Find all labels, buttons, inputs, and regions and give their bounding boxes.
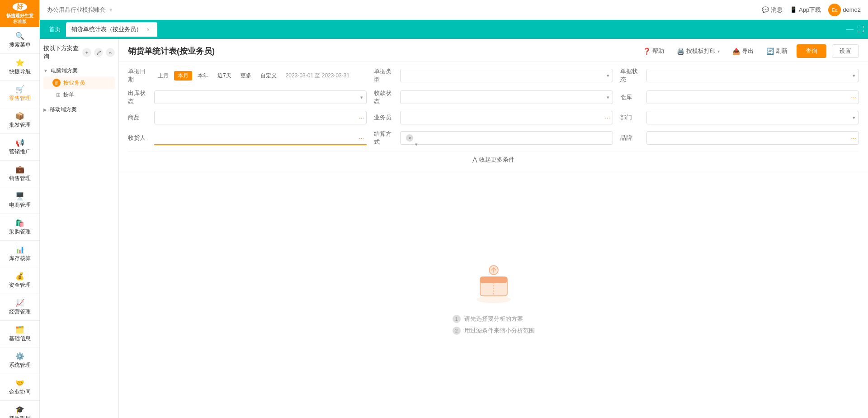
tab-home[interactable]: 首页 bbox=[43, 22, 66, 37]
goods-dots-icon[interactable]: ··· bbox=[359, 114, 364, 121]
tab-close-icon[interactable]: × bbox=[145, 26, 152, 33]
sidebar-item-enterprise[interactable]: 🤝 企业协同 bbox=[0, 374, 39, 401]
breadcrumb-text: 办公用品行业模拟账套 bbox=[47, 6, 106, 14]
print-arrow-icon: ▾ bbox=[717, 49, 720, 54]
salesperson-input[interactable] bbox=[400, 111, 613, 124]
refresh-btn[interactable]: 🔄 刷新 bbox=[763, 45, 791, 57]
tip-text-1: 请先选择要分析的方案 bbox=[464, 315, 523, 323]
sub-item-by-doc[interactable]: ⊞ 按单 bbox=[43, 89, 115, 100]
scheme-group-mobile-label: 移动端方案 bbox=[50, 106, 77, 114]
sidebar-item-quicknav[interactable]: ⭐ 快捷导航 bbox=[0, 54, 39, 81]
user-profile[interactable]: Ea demo2 bbox=[828, 4, 861, 16]
salesperson-dots-icon[interactable]: ··· bbox=[605, 114, 610, 121]
sidebar-label-search: 搜索菜单 bbox=[2, 41, 37, 49]
app-name: 畅捷通好生意 bbox=[6, 13, 33, 19]
export-btn[interactable]: 📤 导出 bbox=[729, 45, 757, 57]
help-btn[interactable]: ❓ 帮助 bbox=[639, 45, 668, 57]
paymethod-tags: × ▾ bbox=[400, 131, 613, 145]
collapse-panel-btn[interactable]: « bbox=[106, 48, 115, 57]
message-label: 消息 bbox=[771, 6, 783, 14]
brand-input[interactable] bbox=[646, 131, 859, 145]
scheme-group-mobile-header[interactable]: ▶ 移动端方案 bbox=[43, 104, 115, 115]
payment-select[interactable] bbox=[400, 90, 613, 104]
mobile-icon: 📱 bbox=[790, 6, 797, 13]
warehouse-dots-icon[interactable]: ··· bbox=[851, 94, 856, 101]
date-tab-7days[interactable]: 近7天 bbox=[214, 71, 235, 81]
receiver-filter-cell: 收货人 ··· bbox=[128, 131, 367, 145]
brand-dots-icon[interactable]: ··· bbox=[851, 134, 856, 142]
doctype-select[interactable] bbox=[400, 69, 613, 82]
sidebar-item-newbie[interactable]: 🎓 新手引导 bbox=[0, 401, 39, 418]
sidebar-item-basic[interactable]: 🗂️ 基础信息 bbox=[0, 321, 39, 347]
system-icon: ⚙️ bbox=[2, 352, 37, 361]
dept-select[interactable] bbox=[646, 111, 859, 124]
empty-tip-1: 1 请先选择要分析的方案 bbox=[453, 315, 535, 323]
salesperson-filter-cell: 业务员 ··· bbox=[374, 111, 613, 124]
paymethod-filter-cell: 结算方式 × ▾ bbox=[374, 130, 613, 146]
filter-row-3: 商品 ··· 业务员 ··· 部门 bbox=[128, 111, 859, 124]
sidebar-item-system[interactable]: ⚙️ 系统管理 bbox=[0, 347, 39, 374]
collapse-bar[interactable]: ⋀ 收起更多条件 bbox=[128, 152, 859, 167]
outbound-select[interactable] bbox=[154, 90, 367, 104]
refresh-label: 刷新 bbox=[776, 47, 788, 55]
sidebar-item-marketing[interactable]: 📢 营销推广 bbox=[0, 134, 39, 161]
sidebar-item-wholesale[interactable]: 📦 批发管理 bbox=[0, 107, 39, 134]
sidebar-label-retail: 零售管理 bbox=[2, 95, 37, 102]
purchase-icon: 🛍️ bbox=[2, 218, 37, 227]
sidebar-item-ecom[interactable]: 🖥️ 电商管理 bbox=[0, 187, 39, 214]
help-label: 帮助 bbox=[652, 47, 664, 55]
docstatus-select[interactable] bbox=[646, 69, 859, 82]
sidebar-item-inventory[interactable]: 📊 库存核算 bbox=[0, 241, 39, 267]
sidebar-item-finance[interactable]: 💰 资金管理 bbox=[0, 267, 39, 294]
right-content: 销货单统计表(按业务员) ❓ 帮助 🖨️ 按模板打印 ▾ 📤 导出 bbox=[119, 39, 868, 418]
operation-icon: 📈 bbox=[2, 299, 37, 307]
scheme-item-by-salesperson[interactable]: 按 按业务员 bbox=[43, 76, 115, 89]
sidebar-item-operation[interactable]: 📈 经营管理 bbox=[0, 294, 39, 321]
message-btn[interactable]: 💬 消息 bbox=[762, 6, 783, 14]
warehouse-control: ··· bbox=[646, 90, 859, 104]
docstatus-control: ▾ bbox=[646, 69, 859, 82]
brand-control: ··· bbox=[646, 131, 859, 145]
svg-point-0 bbox=[476, 296, 511, 303]
date-tab-this-month[interactable]: 本月 bbox=[174, 71, 192, 81]
sidebar-label-marketing: 营销推广 bbox=[2, 148, 37, 156]
date-tab-more[interactable]: 更多 bbox=[237, 71, 255, 81]
user-name: demo2 bbox=[843, 6, 861, 13]
goods-input[interactable] bbox=[154, 111, 367, 124]
sidebar-item-retail[interactable]: 🛒 零售管理 bbox=[0, 81, 39, 107]
basic-icon: 🗂️ bbox=[2, 325, 37, 334]
app-download-btn[interactable]: 📱 App下载 bbox=[790, 6, 821, 14]
date-tab-last-month[interactable]: 上月 bbox=[154, 71, 172, 81]
date-tabs: 上月 本月 本年 近7天 更多 自定义 bbox=[154, 71, 280, 81]
paymethod-filter-label: 结算方式 bbox=[374, 130, 396, 146]
empty-tips: 1 请先选择要分析的方案 2 用过滤条件来缩小分析范围 bbox=[453, 315, 535, 335]
salesperson-scheme-icon: 按 bbox=[52, 79, 61, 87]
scheme-group-desktop-header[interactable]: ▼ 电脑端方案 bbox=[43, 65, 115, 76]
doctype-control: ▾ bbox=[400, 69, 613, 82]
print-btn[interactable]: 🖨️ 按模板打印 ▾ bbox=[673, 45, 723, 57]
receiver-input[interactable] bbox=[154, 131, 367, 145]
sales-icon: 💼 bbox=[2, 165, 37, 174]
sidebar-item-search[interactable]: 🔍 搜索菜单 bbox=[0, 27, 39, 54]
add-scheme-btn[interactable]: + bbox=[82, 48, 91, 57]
sidebar-item-sales[interactable]: 💼 销售管理 bbox=[0, 161, 39, 187]
warehouse-input[interactable] bbox=[646, 90, 859, 104]
date-tab-this-year[interactable]: 本年 bbox=[194, 71, 212, 81]
expand-icon: ▼ bbox=[43, 68, 48, 73]
date-tab-custom[interactable]: 自定义 bbox=[257, 71, 280, 81]
brand-filter-label: 品牌 bbox=[620, 134, 643, 142]
paymethod-clear-btn[interactable]: × bbox=[406, 134, 413, 142]
query-btn[interactable]: 查询 bbox=[797, 44, 826, 58]
date-filter-controls: 上月 本月 本年 近7天 更多 自定义 2023-03-01 至 2023-03… bbox=[154, 71, 367, 81]
date-range-display: 2023-03-01 至 2023-03-31 bbox=[286, 72, 349, 80]
tab-minimize-icon[interactable]: — bbox=[846, 25, 854, 33]
receiver-dots-icon[interactable]: ··· bbox=[359, 134, 364, 142]
scheme-group-mobile: ▶ 移动端方案 bbox=[43, 104, 115, 115]
tabbar-actions: — ⛶ bbox=[846, 25, 864, 33]
tab-expand-icon[interactable]: ⛶ bbox=[857, 25, 864, 33]
panel-header: 按以下方案查询 + « bbox=[43, 44, 115, 61]
tab-sales-report[interactable]: 销货单统计表（按业务员） × bbox=[66, 22, 157, 37]
sidebar-item-purchase[interactable]: 🛍️ 采购管理 bbox=[0, 214, 39, 241]
settings-btn[interactable]: 设置 bbox=[832, 44, 859, 58]
edit-scheme-btn[interactable] bbox=[94, 48, 103, 57]
